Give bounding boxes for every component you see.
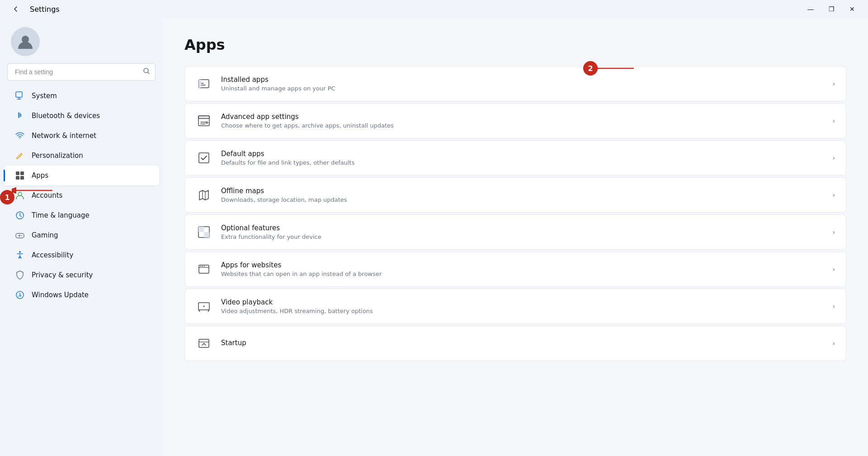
- optional-features-chevron: ›: [832, 228, 835, 236]
- search-icon: [143, 67, 150, 76]
- user-profile: [0, 18, 163, 63]
- sidebar-item-apps-label: Apps: [32, 171, 48, 180]
- sidebar-item-time-label: Time & language: [32, 211, 90, 219]
- svg-rect-23: [198, 227, 204, 232]
- close-button[interactable]: ✕: [842, 2, 863, 16]
- settings-item-default-apps[interactable]: Default apps Defaults for file and link …: [184, 140, 846, 176]
- content-wrapper: Apps Installed apps: [163, 18, 868, 456]
- sidebar-item-apps[interactable]: Apps 1: [4, 166, 159, 185]
- svg-point-27: [202, 266, 203, 267]
- badge-2-container: 2: [583, 62, 638, 75]
- settings-item-installed-apps[interactable]: Installed apps Uninstall and manage apps…: [184, 66, 846, 101]
- settings-item-startup[interactable]: Startup ›: [184, 326, 846, 361]
- sidebar-item-network-label: Network & internet: [32, 132, 96, 140]
- default-apps-desc: Defaults for file and link types, other …: [221, 159, 823, 166]
- offline-maps-desc: Downloads, storage location, map updates: [221, 196, 823, 203]
- personalization-icon: [14, 150, 25, 161]
- startup-chevron: ›: [832, 340, 835, 347]
- offline-maps-title: Offline maps: [221, 187, 823, 195]
- offline-maps-icon: [196, 187, 212, 203]
- svg-point-26: [200, 266, 201, 267]
- settings-item-video-playback[interactable]: Video playback Video adjustments, HDR st…: [184, 289, 846, 324]
- svg-rect-24: [204, 232, 209, 238]
- default-apps-chevron: ›: [832, 154, 835, 162]
- advanced-chevron: ›: [832, 117, 835, 124]
- restore-button[interactable]: ❐: [821, 2, 842, 16]
- svg-rect-4: [16, 171, 19, 175]
- offline-maps-chevron: ›: [832, 191, 835, 199]
- sidebar-item-gaming-label: Gaming: [32, 231, 58, 239]
- default-apps-text: Default apps Defaults for file and link …: [221, 150, 823, 166]
- sidebar-item-network[interactable]: Network & internet: [4, 126, 159, 146]
- installed-apps-desc: Uninstall and manage apps on your PC: [221, 85, 823, 92]
- installed-apps-title: Installed apps: [221, 76, 823, 84]
- page-title: Apps: [184, 36, 846, 53]
- windowsupdate-icon: [14, 290, 25, 300]
- search-input[interactable]: [7, 63, 156, 81]
- arrow-1: [12, 184, 57, 197]
- svg-rect-5: [20, 171, 24, 175]
- settings-item-advanced[interactable]: Advanced app settings Choose where to ge…: [184, 103, 846, 138]
- advanced-text: Advanced app settings Choose where to ge…: [221, 113, 823, 129]
- offline-maps-text: Offline maps Downloads, storage location…: [221, 187, 823, 203]
- accessibility-icon: [14, 250, 25, 261]
- apps-for-websites-chevron: ›: [832, 266, 835, 273]
- svg-rect-2: [16, 92, 22, 97]
- svg-point-12: [21, 235, 22, 236]
- settings-item-optional-features[interactable]: Optional features Extra functionality fo…: [184, 214, 846, 250]
- sidebar-item-personalization[interactable]: Personalization: [4, 146, 159, 166]
- default-apps-title: Default apps: [221, 150, 823, 158]
- startup-title: Startup: [221, 339, 823, 347]
- installed-apps-chevron: ›: [832, 80, 835, 87]
- optional-features-text: Optional features Extra functionality fo…: [221, 224, 823, 240]
- minimize-button[interactable]: —: [800, 2, 821, 16]
- bluetooth-icon: [14, 110, 25, 121]
- app-container: System Bluetooth & devices: [0, 18, 868, 456]
- svg-point-30: [203, 306, 205, 307]
- video-playback-title: Video playback: [221, 298, 823, 306]
- advanced-title: Advanced app settings: [221, 113, 823, 121]
- sidebar-item-windowsupdate-label: Windows Update: [32, 291, 89, 299]
- installed-apps-wrapper: Installed apps Uninstall and manage apps…: [184, 66, 846, 101]
- sidebar-item-gaming[interactable]: Gaming: [4, 225, 159, 245]
- sidebar-item-time[interactable]: Time & language: [4, 205, 159, 225]
- video-playback-icon: [196, 298, 212, 314]
- svg-point-28: [204, 266, 205, 267]
- settings-list: Installed apps Uninstall and manage apps…: [184, 66, 846, 361]
- sidebar-item-privacy[interactable]: Privacy & security: [4, 265, 159, 285]
- default-apps-icon: [196, 150, 212, 166]
- apps-for-websites-desc: Websites that can open in an app instead…: [221, 271, 823, 277]
- apps-for-websites-title: Apps for websites: [221, 261, 823, 269]
- startup-icon: [196, 335, 212, 352]
- system-icon: [14, 90, 25, 101]
- advanced-icon: [196, 113, 212, 129]
- svg-rect-16: [199, 80, 201, 88]
- sidebar-item-accessibility[interactable]: Accessibility: [4, 245, 159, 265]
- sidebar-item-system[interactable]: System: [4, 86, 159, 106]
- sidebar-item-personalization-label: Personalization: [32, 152, 83, 160]
- apps-for-websites-text: Apps for websites Websites that can open…: [221, 261, 823, 277]
- video-playback-text: Video playback Video adjustments, HDR st…: [221, 298, 823, 314]
- sidebar-item-windowsupdate[interactable]: Windows Update: [4, 285, 159, 305]
- installed-apps-icon: [196, 76, 212, 92]
- apps-for-websites-icon: [196, 261, 212, 277]
- optional-features-icon: [196, 224, 212, 240]
- main-content: Apps Installed apps: [163, 18, 868, 456]
- sidebar-item-privacy-label: Privacy & security: [32, 271, 93, 279]
- optional-features-desc: Extra functionality for your device: [221, 233, 823, 240]
- title-bar-left: Settings: [5, 2, 60, 16]
- avatar: [11, 27, 40, 56]
- settings-item-offline-maps[interactable]: Offline maps Downloads, storage location…: [184, 177, 846, 213]
- sidebar-item-system-label: System: [32, 92, 57, 100]
- back-button[interactable]: [5, 2, 26, 16]
- sidebar-item-bluetooth[interactable]: Bluetooth & devices: [4, 106, 159, 126]
- sidebar-item-accessibility-label: Accessibility: [32, 251, 73, 259]
- gaming-icon: [14, 230, 25, 241]
- settings-item-apps-for-websites[interactable]: Apps for websites Websites that can open…: [184, 252, 846, 287]
- search-box: [7, 63, 156, 81]
- svg-rect-19: [198, 116, 209, 119]
- video-playback-chevron: ›: [832, 303, 835, 310]
- svg-point-13: [19, 251, 21, 253]
- svg-point-3: [19, 138, 20, 139]
- video-playback-desc: Video adjustments, HDR streaming, batter…: [221, 308, 823, 314]
